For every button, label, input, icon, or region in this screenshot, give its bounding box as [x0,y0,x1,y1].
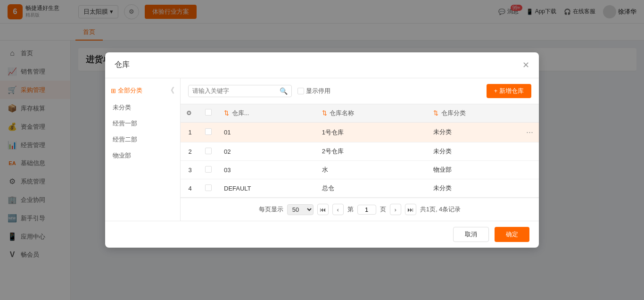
row-checkbox[interactable] [205,166,212,173]
page-number-input[interactable] [357,205,376,215]
category-unclassified[interactable]: 未分类 [105,100,180,116]
show-disabled-checkbox[interactable]: 显示停用 [297,87,330,95]
row-category: 未分类 [428,179,539,198]
row-name: 水 [316,161,428,179]
modal-toolbar: 🔍 显示停用 + 新增仓库 [181,78,539,104]
row-code: 01 [218,122,316,142]
modal-sidebar-header: ⊞ 全部分类 《 [105,82,180,100]
search-box[interactable]: 🔍 [188,85,292,97]
table-row[interactable]: 2 02 2号仓库 未分类 [181,142,539,161]
th-code: ⇅ 仓库... [218,104,316,123]
row-checkbox-cell [199,122,218,142]
modal-table-wrap: ⚙ ⇅ 仓库... ⇅ 仓库名称 [181,104,539,198]
search-icon[interactable]: 🔍 [280,87,288,95]
per-page-select[interactable]: 50 100 [287,204,314,215]
modal-title: 仓库 [115,60,130,70]
first-page-button[interactable]: ⏮ [317,204,329,215]
row-name: 2号仓库 [316,142,428,161]
row-checkbox-cell [199,161,218,179]
grid-icon: ⊞ [111,87,116,94]
warehouse-table: ⚙ ⇅ 仓库... ⇅ 仓库名称 [181,104,539,198]
row-num: 3 [181,161,199,179]
row-code: 03 [218,161,316,179]
th-category: ⇅ 仓库分类 [428,104,539,123]
th-checkbox [199,104,218,123]
show-disabled-label: 显示停用 [306,87,330,95]
row-num: 2 [181,142,199,161]
row-checkbox-cell [199,179,218,198]
row-checkbox[interactable] [205,184,212,191]
category-property[interactable]: 物业部 [105,148,180,164]
row-code: 02 [218,142,316,161]
warehouse-modal: 仓库 ✕ ⊞ 全部分类 《 未分类 经营一部 [105,52,539,248]
modal-overlay: 仓库 ✕ ⊞ 全部分类 《 未分类 经营一部 [0,0,644,300]
row-name: 总仓 [316,179,428,198]
more-actions-button[interactable]: ··· [526,127,533,137]
modal-pagination: 每页显示 50 100 ⏮ ‹ 第 页 › ⏭ 共1页, 4条记录 [181,198,539,221]
category-operations1[interactable]: 经营一部 [105,116,180,132]
row-checkbox[interactable] [205,148,212,154]
modal-sidebar: ⊞ 全部分类 《 未分类 经营一部 经营二部 物业部 [105,78,181,221]
all-category-label[interactable]: ⊞ 全部分类 [111,86,142,95]
confirm-button[interactable]: 确定 [495,227,529,242]
sort-icon-category: ⇅ [433,109,438,117]
checkbox-icon [297,88,304,94]
prev-page-button[interactable]: ‹ [332,204,344,215]
per-page-label: 每页显示 [259,205,283,214]
th-name: ⇅ 仓库名称 [316,104,428,123]
table-row[interactable]: 4 DEFAULT 总仓 未分类 [181,179,539,198]
collapse-icon[interactable]: 《 [167,86,174,96]
row-name: 1号仓库 [316,122,428,142]
sort-icon-code: ⇅ [224,109,229,117]
row-category: 物业部 [428,161,539,179]
category-operations2[interactable]: 经营二部 [105,132,180,148]
row-category: 未分类··· [428,123,539,142]
cancel-button[interactable]: 取消 [453,227,489,242]
search-input[interactable] [192,87,280,94]
modal-close-button[interactable]: ✕ [522,60,529,70]
row-num: 4 [181,179,199,198]
page-unit: 页 [380,205,386,214]
last-page-button[interactable]: ⏭ [405,204,416,215]
add-warehouse-button[interactable]: + 新增仓库 [487,84,531,98]
row-code: DEFAULT [218,179,316,198]
select-all-checkbox[interactable] [205,109,212,116]
modal-footer: 取消 确定 [105,221,539,248]
row-checkbox-cell [199,142,218,161]
th-settings: ⚙ [181,104,199,123]
modal-header: 仓库 ✕ [105,52,539,78]
modal-table-area: 🔍 显示停用 + 新增仓库 ⚙ [181,78,539,221]
next-page-button[interactable]: › [390,204,401,215]
row-num: 1 [181,122,199,142]
page-label: 第 [347,205,354,214]
sort-icon-name: ⇅ [322,109,327,117]
total-info: 共1页, 4条记录 [420,205,461,214]
row-category: 未分类 [428,142,539,161]
row-checkbox[interactable] [205,128,212,135]
table-row[interactable]: 3 03 水 物业部 [181,161,539,179]
table-row[interactable]: 1 01 1号仓库 未分类··· [181,122,539,142]
modal-body: ⊞ 全部分类 《 未分类 经营一部 经营二部 物业部 [105,78,539,221]
